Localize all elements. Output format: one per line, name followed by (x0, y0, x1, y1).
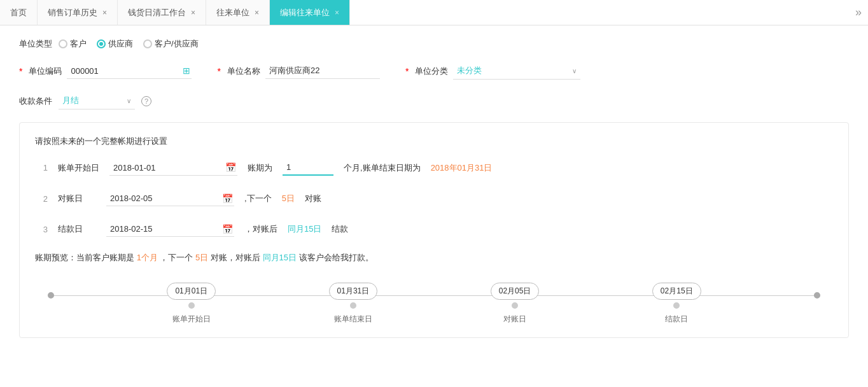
radio-both-label: 客户/供应商 (155, 38, 199, 50)
step-row-2: 2 对账日 📅 ,下一个 5日 对账 (35, 191, 833, 206)
payment-terms-value: 月结 (62, 95, 123, 106)
timeline-dot-2 (350, 302, 356, 309)
unit-category-chevron-icon: ∨ (572, 67, 577, 74)
radio-supplier[interactable]: 供应商 (97, 38, 133, 50)
tab-edit-partner[interactable]: 编辑往来单位 × (270, 0, 350, 25)
period-unit-text: 个月,账单结束日期为 (344, 162, 421, 174)
radio-circle-customer (59, 39, 67, 48)
tab-cash-work[interactable]: 钱货日清工作台 × (118, 0, 206, 25)
main-content: 单位类型 客户 供应商 客户/供应商 * 单位编码 ⊞ (0, 25, 868, 387)
step-label-1: 账单开始日 (58, 162, 99, 174)
timeline-label-2: 账单结束日 (334, 314, 372, 325)
period-end-date-highlight: 2018年01月31日 (431, 162, 493, 174)
step-num-2: 2 (35, 194, 48, 204)
close-cash-icon[interactable]: × (191, 8, 195, 17)
timeline-start-dot (48, 283, 54, 299)
radio-both[interactable]: 客户/供应商 (143, 38, 199, 50)
step-row-1: 1 账单开始日 📅 账期为 个月,账单结束日期为 2018年01月31日 (35, 160, 833, 176)
unit-category-label: 单位分类 (415, 66, 448, 77)
tab-home[interactable]: 首页 (0, 0, 38, 25)
start-date-calendar-icon[interactable]: 📅 (224, 161, 237, 174)
unit-category-select[interactable]: 未分类 ∨ (453, 62, 580, 80)
timeline-badge-4: 02月15日 (652, 283, 701, 300)
tab-cash-label: 钱货日清工作台 (128, 7, 186, 18)
payment-terms-help-icon[interactable]: ? (141, 96, 151, 106)
preview-highlight3: 同月15日 (263, 253, 297, 262)
radio-customer[interactable]: 客户 (59, 38, 87, 50)
unit-code-copy-icon[interactable]: ⊞ (181, 64, 192, 77)
timeline-point-1: 01月01日 账单开始日 (167, 283, 216, 325)
timeline-point-4: 02月15日 结款日 (652, 283, 701, 325)
close-sales-icon[interactable]: × (102, 8, 107, 17)
preview-highlight1: 1个月 (137, 253, 158, 262)
start-date-input[interactable] (109, 160, 224, 175)
tab-bar: 首页 销售订单历史 × 钱货日清工作台 × 往来单位 × 编辑往来单位 × » (0, 0, 868, 25)
radio-circle-both (143, 39, 152, 48)
payment-desc-prefix: ，对账后 (244, 223, 277, 235)
preview-section: 账期预览：当前客户账期是 1个月 ，下一个 5日 对账，对账后 同月15日 该客… (35, 252, 833, 325)
tab-partner[interactable]: 往来单位 × (206, 0, 270, 25)
timeline-dot-4 (673, 302, 680, 309)
payment-date-input-wrapper: 📅 (106, 222, 234, 237)
expand-icon: » (855, 6, 862, 19)
step-label-3: 结款日 (58, 223, 96, 235)
unit-type-label: 单位类型 (19, 38, 52, 50)
unit-name-input[interactable] (265, 64, 380, 79)
unit-code-label: 单位编码 (29, 66, 62, 77)
payment-terms-select[interactable]: 月结 ∨ (59, 92, 135, 109)
tab-expand-button[interactable]: » (849, 0, 868, 25)
payment-terms-label: 收款条件 (19, 95, 52, 107)
period-for-label: 账期为 (248, 162, 272, 174)
payment-desc-suffix: 结款 (332, 223, 348, 235)
tab-sales-order[interactable]: 销售订单历史 × (38, 0, 118, 25)
reconcile-desc-suffix: 对账 (305, 193, 321, 204)
close-edit-partner-icon[interactable]: × (335, 8, 339, 17)
period-value-input[interactable] (283, 160, 333, 176)
payment-date-input[interactable] (106, 222, 221, 236)
timeline-start-circle (48, 292, 54, 299)
preview-prefix: 账期预览：当前客户账期是 (35, 253, 134, 262)
timeline-label-3: 对账日 (503, 314, 526, 325)
step-row-3: 3 结款日 📅 ，对账后 同月15日 结款 (35, 222, 833, 237)
tab-sales-label: 销售订单历史 (48, 7, 97, 18)
timeline-dot-3 (512, 302, 518, 309)
reconcile-desc-prefix: ,下一个 (244, 193, 272, 204)
tab-home-label: 首页 (10, 7, 27, 18)
unit-category-value: 未分类 (457, 65, 568, 76)
timeline-badge-3: 02月05日 (491, 283, 540, 300)
unit-code-field: * 单位编码 ⊞ (19, 64, 192, 79)
payment-date-calendar-icon[interactable]: 📅 (221, 223, 234, 236)
timeline-label-4: 结款日 (665, 314, 688, 325)
timeline-point-3: 02月05日 对账日 (491, 283, 540, 325)
close-partner-icon[interactable]: × (255, 8, 259, 17)
timeline-label-1: 账单开始日 (172, 314, 211, 325)
step-label-2: 对账日 (58, 193, 96, 204)
reconcile-date-calendar-icon[interactable]: 📅 (221, 192, 234, 205)
unit-fields-row: * 单位编码 ⊞ * 单位名称 * 单位分类 未分类 ∨ (19, 62, 849, 80)
timeline-end-dot (814, 283, 820, 299)
radio-customer-label: 客户 (70, 38, 87, 50)
unit-code-input[interactable] (67, 64, 181, 78)
timeline-dot-1 (188, 302, 195, 309)
preview-suffix: 该客户会给我打款。 (299, 253, 374, 262)
reconcile-desc-highlight: 5日 (282, 193, 295, 204)
tab-edit-partner-label: 编辑往来单位 (280, 7, 330, 18)
unit-name-required-star: * (217, 66, 220, 76)
timeline-end-circle (814, 292, 820, 299)
start-date-input-wrapper: 📅 (109, 160, 237, 176)
unit-type-radio-group: 客户 供应商 客户/供应商 (59, 38, 199, 50)
payment-terms-chevron-icon: ∨ (127, 97, 131, 104)
step-num-3: 3 (35, 225, 48, 234)
unit-type-row: 单位类型 客户 供应商 客户/供应商 (19, 38, 849, 50)
preview-mid2: 对账，对账后 (211, 253, 260, 262)
preview-highlight2: 5日 (195, 253, 208, 262)
unit-name-label: 单位名称 (227, 66, 260, 77)
payment-terms-row: 收款条件 月结 ∨ ? (19, 92, 849, 109)
timeline-container: 01月01日 账单开始日 01月31日 账单结束日 02月05日 (35, 283, 833, 325)
unit-name-field: * 单位名称 (217, 64, 379, 79)
unit-category-field: * 单位分类 未分类 ∨ (405, 62, 580, 80)
payment-desc-highlight: 同月15日 (288, 223, 321, 235)
unit-code-input-wrapper: ⊞ (67, 64, 192, 79)
step-num-1: 1 (35, 163, 48, 172)
reconcile-date-input[interactable] (106, 191, 221, 206)
